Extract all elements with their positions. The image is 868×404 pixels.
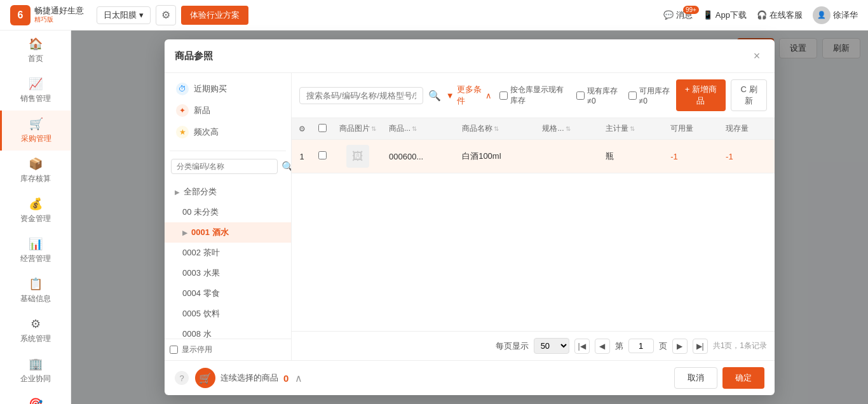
product-search-icon[interactable]: 🔍 — [428, 90, 441, 102]
cat-water[interactable]: 0008 水 — [165, 324, 291, 339]
first-page-button[interactable]: |◀ — [574, 339, 590, 354]
table-row[interactable]: 1 🖼 000600... 白酒100ml — [292, 140, 775, 173]
sidebar-label-purchase: 采购管理 — [21, 133, 51, 144]
cat-fruit[interactable]: 0003 水果 — [165, 263, 291, 283]
select-all-checkbox[interactable] — [318, 124, 327, 132]
user-avatar-item[interactable]: 👤 徐泽华 — [813, 6, 858, 24]
disabled-checkbox-input[interactable] — [170, 346, 178, 354]
online-service-item[interactable]: 🎧 在线客服 — [757, 10, 803, 21]
th-code-sort[interactable]: 商品... ⇅ — [389, 123, 417, 134]
cart-area: 🛒 连续选择的商品 0 — [195, 368, 288, 388]
th-available: 可用量 — [664, 118, 719, 140]
pagination-bar: 每页显示 50 10 20 100 |◀ ◀ 第 页 — [292, 331, 775, 360]
sidebar-label-inventory: 库存核算 — [20, 173, 51, 184]
filter-recent[interactable]: ⏱ 近期购买 — [170, 78, 286, 100]
finance-icon: 💰 — [29, 197, 43, 211]
th-name-sort[interactable]: 商品名称 ⇅ — [462, 123, 499, 134]
filter-more-button[interactable]: ▼ 更多条件 ∧ — [446, 84, 492, 107]
cart-count: 0 — [283, 373, 288, 384]
th-unit-sort[interactable]: 主计量 ⇅ — [606, 123, 635, 134]
checkbox-existing[interactable]: 现有库存≠0 — [576, 86, 619, 105]
category-search-row: 🔍 ≪ — [165, 154, 291, 179]
row-checkbox[interactable] — [318, 151, 327, 159]
th-spec-sort[interactable]: 规格... ⇅ — [542, 123, 570, 134]
nav-right-area: 💬 消息 99+ 📱 App下载 🎧 在线客服 👤 徐泽华 — [663, 6, 858, 24]
next-page-button[interactable]: ▶ — [672, 339, 688, 354]
cat-uncategorized[interactable]: 00 未分类 — [165, 202, 291, 222]
cat-fruit-label: 0003 水果 — [182, 267, 220, 279]
sort-icon-spec: ⇅ — [566, 125, 571, 132]
prev-page-button[interactable]: ◀ — [595, 339, 610, 354]
filter-frequent[interactable]: ★ 频次高 — [170, 121, 286, 143]
right-toolbar: 🔍 ▼ 更多条件 ∧ 按仓库显示现有库存 — [292, 73, 775, 118]
category-search-button[interactable]: 🔍 — [281, 159, 292, 174]
product-search-input[interactable] — [299, 87, 423, 104]
checkbox-available[interactable]: 可用库存≠0 — [628, 86, 671, 105]
help-button[interactable]: ? — [175, 371, 189, 385]
modal-close-button[interactable]: × — [749, 48, 764, 64]
sidebar-item-system[interactable]: ⚙ 系统管理 — [0, 311, 71, 351]
per-page-select[interactable]: 50 10 20 100 — [534, 338, 569, 354]
app-download-item[interactable]: 📱 App下载 — [703, 10, 747, 21]
sidebar-item-home[interactable]: 🏠 首页 — [0, 30, 71, 71]
settings-gear-icon[interactable]: ⚙ — [156, 5, 176, 25]
content-area: 查询 设置 刷新 商品参照 × ⏱ — [71, 30, 868, 404]
cat-all[interactable]: ▶ 全部分类 — [165, 182, 291, 202]
cat-snacks[interactable]: 0004 零食 — [165, 283, 291, 304]
inventory-icon: 📦 — [29, 157, 43, 171]
show-disabled-label: 显示停用 — [182, 344, 212, 355]
add-product-button[interactable]: + 新增商品 — [676, 79, 726, 111]
sidebar-item-inventory[interactable]: 📦 库存核算 — [0, 151, 71, 191]
sidebar: 🏠 首页 📈 销售管理 🛒 采购管理 📦 库存核算 💰 资金管理 📊 经营管理 … — [0, 30, 71, 404]
cancel-button[interactable]: 取消 — [674, 367, 717, 389]
app-name-area: 畅捷通好生意 精巧版 — [34, 6, 84, 25]
last-page-button[interactable]: ▶| — [693, 339, 708, 354]
footer-collapse-icon[interactable]: ∧ — [295, 372, 302, 384]
sidebar-item-sales[interactable]: 📈 销售管理 — [0, 71, 71, 111]
operations-icon: 📊 — [29, 237, 43, 251]
sales-icon: 📈 — [29, 77, 43, 91]
sidebar-item-finance[interactable]: 💰 资金管理 — [0, 191, 71, 231]
checkbox-warehouse-input[interactable] — [499, 91, 508, 100]
row-code: 000600... — [383, 140, 456, 173]
row-unit: 瓶 — [599, 140, 664, 173]
confirm-button[interactable]: 确定 — [722, 367, 764, 389]
sidebar-item-operations[interactable]: 📊 经营管理 — [0, 231, 71, 271]
modal-overlay: 商品参照 × ⏱ 近期购买 ✦ 新品 — [71, 30, 868, 404]
category-search-input[interactable] — [171, 159, 278, 174]
checkbox-existing-input[interactable] — [576, 91, 585, 100]
sidebar-item-basics[interactable]: 📋 基础信息 — [0, 271, 71, 311]
refresh-button[interactable]: C 刷新 — [731, 79, 767, 111]
company-selector[interactable]: 日太阳膜 ▾ — [97, 6, 151, 24]
top-navigation: 6 畅捷通好生意 精巧版 日太阳膜 ▾ ⚙ 体验行业方案 💬 消息 99+ 📱 … — [0, 0, 868, 30]
sidebar-item-guide[interactable]: 🎯 新手引导 — [0, 391, 71, 404]
message-icon: 💬 — [663, 10, 674, 20]
product-table: ⚙ 商品图片 ⇅ — [292, 118, 775, 173]
row-available: -1 — [664, 140, 719, 173]
sort-icon-unit: ⇅ — [630, 125, 635, 132]
left-panel-bottom: 显示停用 — [165, 339, 291, 360]
freq-label: 频次高 — [194, 126, 219, 138]
trial-button[interactable]: 体验行业方案 — [181, 6, 248, 25]
th-settings[interactable]: ⚙ — [292, 118, 312, 140]
page-number-input[interactable] — [628, 339, 654, 353]
cat-tea[interactable]: 0002 茶叶 — [165, 243, 291, 263]
basics-icon: 📋 — [29, 277, 43, 291]
enterprise-icon: 🏢 — [29, 357, 43, 371]
th-image-sort[interactable]: 商品图片 ⇅ — [339, 123, 376, 134]
th-name-label: 商品名称 — [462, 123, 492, 134]
app-logo-icon: 6 — [10, 5, 31, 25]
th-image: 商品图片 ⇅ — [333, 118, 383, 140]
cat-alcohol[interactable]: ▶ 0001 酒水 — [165, 222, 291, 243]
sidebar-item-purchase[interactable]: 🛒 采购管理 — [0, 111, 71, 151]
messages-item[interactable]: 💬 消息 99+ — [663, 10, 693, 21]
checkbox-warehouse[interactable]: 按仓库显示现有库存 — [499, 84, 567, 106]
show-disabled-checkbox[interactable]: 显示停用 — [170, 344, 286, 355]
filter-new[interactable]: ✦ 新品 — [170, 100, 286, 121]
th-name: 商品名称 ⇅ — [456, 118, 536, 140]
checkbox-available-input[interactable] — [628, 91, 637, 100]
sidebar-item-enterprise[interactable]: 🏢 企业协同 — [0, 351, 71, 391]
phone-icon: 📱 — [703, 10, 713, 20]
product-reference-modal: 商品参照 × ⏱ 近期购买 ✦ 新品 — [165, 39, 775, 395]
cat-beverage[interactable]: 0005 饮料 — [165, 304, 291, 324]
